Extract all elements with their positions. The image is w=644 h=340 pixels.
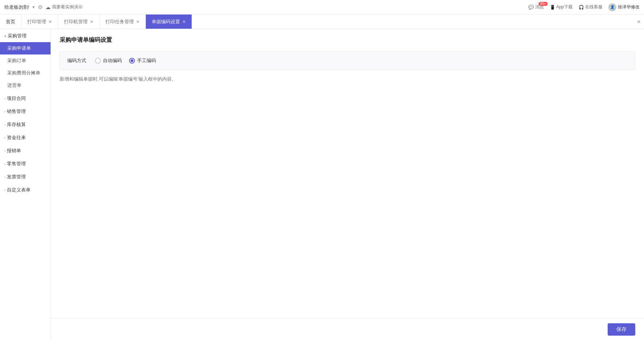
dropdown-icon[interactable]: ▾ (32, 4, 35, 10)
sidebar-group-title-custom[interactable]: › 自定义表单 (0, 183, 51, 196)
tab-print-task-management[interactable]: 打印任务管理 ✕ (100, 15, 146, 29)
headset-icon: 🎧 (579, 5, 584, 10)
tab-home[interactable]: 首页 (0, 15, 21, 29)
app-download-button[interactable]: 📱 App下载 (550, 4, 573, 10)
auto-code-label: 自动编码 (103, 57, 122, 64)
user-profile-button[interactable]: 👤 徐泽华修改 (608, 3, 640, 11)
demo-link[interactable]: ☁ 我要看实例演示 (45, 4, 83, 10)
sidebar-group-finance: › 资金往来 (0, 131, 51, 144)
collapse-arrow-invoice: › (3, 176, 7, 177)
sidebar-group-title-inventory[interactable]: › 库存核算 (0, 118, 51, 131)
sidebar-group-title-sales[interactable]: › 销售管理 (0, 105, 51, 118)
collapse-arrow-purchase: ▾ (4, 34, 6, 38)
content-main: 采购申请单编码设置 编码方式 自动编码 手工编码 新增和编辑单据时,可以编辑'单… (51, 29, 644, 318)
sidebar-item-purchase-expense[interactable]: 采购费用分摊单 (0, 67, 51, 79)
hint-text: 新增和编辑单据时,可以编辑'单据编号'输入框中的内容。 (60, 76, 635, 82)
main-layout: ▾ 采购管理 采购申请单 采购订单 采购费用分摊单 进货单 › 项目合同 (0, 29, 644, 340)
top-bar-left: 给老板勿割! ▾ ⚙ ☁ 我要看实例演示 (4, 4, 83, 11)
online-service-button[interactable]: 🎧 在线客服 (579, 4, 603, 10)
top-bar-right: 💬 消息 99+ 📱 App下载 🎧 在线客服 👤 徐泽华修改 (528, 3, 640, 11)
auto-code-radio[interactable] (95, 58, 101, 64)
tab-close-print-task-management[interactable]: ✕ (136, 19, 140, 24)
manual-code-label: 手工编码 (137, 57, 156, 64)
settings-icon[interactable]: ⚙ (38, 4, 43, 11)
code-mode-section: 编码方式 自动编码 手工编码 (60, 51, 635, 70)
sidebar-group-project: › 项目合同 (0, 92, 51, 105)
sidebar-group-invoice: › 发票管理 (0, 170, 51, 183)
sidebar-group-sales: › 销售管理 (0, 105, 51, 118)
tab-close-code-settings[interactable]: ✕ (182, 19, 186, 24)
collapse-arrow-project: › (3, 98, 7, 99)
collapse-arrow-expense: › (3, 150, 7, 151)
user-name: 徐泽华修改 (618, 4, 640, 10)
message-button[interactable]: 💬 消息 99+ (528, 4, 544, 10)
avatar: 👤 (608, 3, 616, 11)
auto-code-option[interactable]: 自动编码 (95, 57, 122, 64)
cloud-icon: ☁ (45, 4, 51, 10)
content-footer: 保存 (51, 318, 644, 340)
message-badge: 99+ (539, 2, 548, 6)
page-title: 采购申请单编码设置 (60, 36, 635, 44)
collapse-arrow-finance: › (3, 137, 7, 138)
collapse-arrow-inventory: › (3, 124, 7, 125)
tab-bar: 首页 打印管理 ✕ 打印机管理 ✕ 打印任务管理 ✕ 单据编码设置 ✕ ✕ (0, 15, 644, 29)
sidebar-group-title-expense[interactable]: › 报销单 (0, 144, 51, 157)
phone-icon: 📱 (550, 5, 555, 10)
tab-print-management[interactable]: 打印管理 ✕ (21, 15, 58, 29)
sidebar-item-purchase-order[interactable]: 采购订单 (0, 54, 51, 67)
tab-code-settings[interactable]: 单据编码设置 ✕ (146, 15, 192, 29)
sidebar-group-title-finance[interactable]: › 资金往来 (0, 131, 51, 144)
collapse-arrow-sales: › (3, 111, 7, 112)
sidebar-group-purchase: ▾ 采购管理 采购申请单 采购订单 采购费用分摊单 进货单 (0, 29, 51, 92)
tab-close-printer-management[interactable]: ✕ (90, 19, 93, 24)
sidebar-group-expense: › 报销单 (0, 144, 51, 157)
close-all-tabs-button[interactable]: ✕ (637, 19, 644, 25)
sidebar-item-purchase-goods[interactable]: 进货单 (0, 79, 51, 92)
top-bar: 给老板勿割! ▾ ⚙ ☁ 我要看实例演示 💬 消息 99+ 📱 App下载 🎧 … (0, 0, 644, 15)
sidebar-group-title-invoice[interactable]: › 发票管理 (0, 170, 51, 183)
code-mode-label: 编码方式 (67, 57, 86, 64)
tab-close-print-management[interactable]: ✕ (48, 19, 52, 24)
collapse-arrow-retail: › (3, 163, 7, 164)
code-mode-radio-group: 自动编码 手工编码 (95, 57, 156, 64)
message-icon: 💬 (528, 5, 534, 10)
collapse-arrow-custom: › (3, 189, 7, 190)
tab-printer-management[interactable]: 打印机管理 ✕ (58, 15, 100, 29)
sidebar-group-title-purchase[interactable]: ▾ 采购管理 (0, 29, 51, 42)
app-title: 给老板勿割! (4, 4, 29, 11)
manual-code-radio[interactable] (129, 58, 135, 64)
sidebar: ▾ 采购管理 采购申请单 采购订单 采购费用分摊单 进货单 › 项目合同 (0, 29, 51, 340)
content-area: 采购申请单编码设置 编码方式 自动编码 手工编码 新增和编辑单据时,可以编辑'单… (51, 29, 644, 340)
sidebar-group-retail: › 零售管理 (0, 157, 51, 170)
sidebar-group-inventory: › 库存核算 (0, 118, 51, 131)
sidebar-group-custom: › 自定义表单 (0, 183, 51, 196)
save-button[interactable]: 保存 (608, 323, 635, 336)
sidebar-item-purchase-request[interactable]: 采购申请单 (0, 42, 51, 54)
sidebar-group-title-project[interactable]: › 项目合同 (0, 92, 51, 105)
sidebar-group-title-retail[interactable]: › 零售管理 (0, 157, 51, 170)
manual-code-option[interactable]: 手工编码 (129, 57, 156, 64)
